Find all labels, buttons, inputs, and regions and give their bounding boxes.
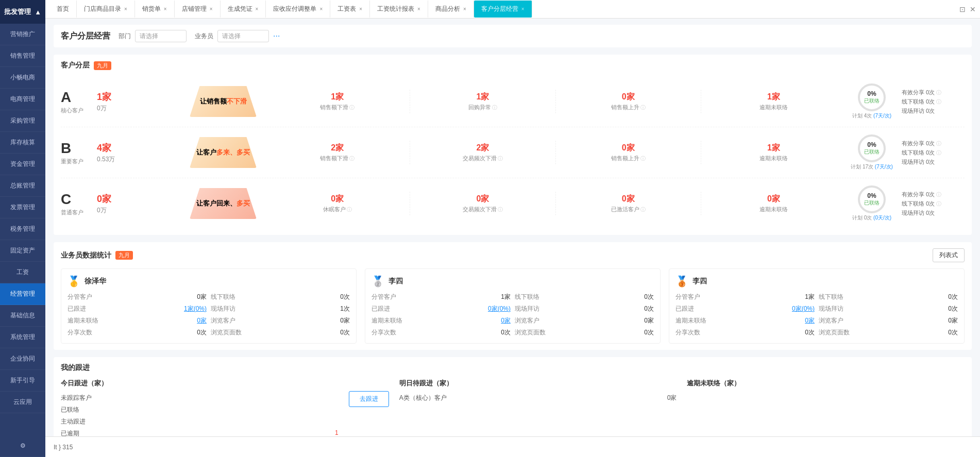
stat-val: 0家 [705, 194, 842, 205]
sidebar-item-operations[interactable]: 经营管理 [0, 283, 45, 305]
sidebar-item-label: 小畅电商 [10, 74, 35, 81]
stat-repurchase-a: 1家 回购异常 ⓘ [410, 90, 555, 113]
sidebar-item-basic-info[interactable]: 基础信息 [0, 305, 45, 327]
close-icon[interactable]: × [210, 6, 213, 12]
staff-stat: 分管客户 1家 [371, 293, 511, 301]
sidebar-item-inventory[interactable]: 库存核算 [0, 132, 45, 154]
circle-lbl-a: 已联络 [864, 97, 880, 105]
tab-customer-tier[interactable]: 客户分层经营 × [474, 1, 532, 18]
stat-activated-c: 0家 已激活客户 ⓘ [556, 192, 701, 215]
stat-val: 1家 [705, 92, 842, 103]
sidebar: 批发管理 ▲ 营销推广 销售管理 小畅电商 电商管理 采购管理 库存核算 资金管… [0, 0, 45, 457]
sales-select[interactable]: 请选择 [217, 30, 269, 42]
sidebar-item-label: 固定资产 [10, 247, 35, 254]
close-icon[interactable]: × [463, 6, 466, 12]
today-followup: 今日跟进（家） 未跟踪客户 已联络 主动跟进 已逾期 [61, 379, 339, 439]
staff-stat: 现场拜访 1次 [211, 304, 350, 313]
sidebar-item-cloud[interactable]: 云应用 [0, 392, 45, 413]
tab-payroll-report[interactable]: 工资统计报表 × [370, 1, 428, 18]
sidebar-item-collab[interactable]: 企业协同 [0, 348, 45, 370]
staff-stat: 分享次数 0次 [675, 328, 815, 337]
tab-label: 工资统计报表 [377, 5, 414, 13]
close-icon[interactable]: × [319, 6, 323, 12]
tab-store-products[interactable]: 门店商品目录 × [77, 1, 135, 18]
close-icon[interactable]: × [521, 6, 525, 12]
sidebar-title: 批发管理 [4, 7, 31, 16]
sidebar-item-payroll[interactable]: 工资 [0, 262, 45, 283]
sidebar-item-ecommerce-small[interactable]: 小畅电商 [0, 67, 45, 89]
sidebar-item-marketing[interactable]: 营销推广 [0, 24, 45, 45]
close-icon[interactable]: × [124, 6, 127, 12]
stat-val: 1家 [414, 92, 551, 103]
side-stats-c: 有效分享 0次 ⓘ 线下联络 0次 ⓘ 现场拜访 0次 [898, 191, 965, 217]
sidebar-collapse-icon[interactable]: ▲ [35, 8, 41, 16]
side-stat-visit-a: 现场拜访 0次 [902, 107, 965, 115]
section-title: 客户分层 [61, 61, 90, 70]
stat-overdue-c: 0家 逾期未联络 [701, 192, 846, 215]
staff-stat: 线下联络 0次 [819, 293, 958, 301]
tier-letter-c: C [61, 191, 71, 208]
sidebar-item-finance[interactable]: 资金管理 [0, 154, 45, 175]
sidebar-item-system[interactable]: 系统管理 [0, 327, 45, 348]
sidebar-header[interactable]: 批发管理 ▲ [0, 0, 45, 24]
goto-followup-btn[interactable]: 去跟进 [349, 391, 389, 407]
close-icon[interactable]: × [256, 6, 259, 12]
staff-stat: 浏览客户 0家 [819, 316, 958, 325]
bottom-bar: It } 315 [45, 436, 980, 457]
circle-b: 0% 已联络 计划 17次 (7天/次) [846, 132, 898, 173]
tab-ar-adjustment[interactable]: 应收应付调整单 × [266, 1, 330, 18]
sidebar-item-fixed-assets[interactable]: 固定资产 [0, 240, 45, 262]
sidebar-item-purchase[interactable]: 采购管理 [0, 110, 45, 132]
stat-label: 销售额上升 ⓘ [560, 155, 697, 162]
list-view-btn[interactable]: 列表式 [933, 248, 965, 262]
stat-label: 销售额上升 ⓘ [560, 104, 697, 111]
close-icon[interactable]: × [164, 6, 167, 12]
staff-header-1: 🥈 李四 [371, 275, 654, 287]
sidebar-item-invoice[interactable]: 发票管理 [0, 197, 45, 218]
staff-stat: 分管客户 1家 [675, 293, 815, 301]
sidebar-item-label: 发票管理 [10, 204, 35, 211]
tab-store-manage[interactable]: 店铺管理 × [175, 1, 221, 18]
tier-label-a: A 核心客户 [61, 89, 97, 114]
stat-val: 0家 [560, 92, 697, 103]
sidebar-item-label: 云应用 [13, 398, 32, 405]
staff-stats-section: 业务员数据统计 九月 列表式 🥇 徐泽华 分管客户 0家 [54, 242, 972, 350]
close-icon[interactable]: × [417, 6, 420, 12]
staff-stat: 分享次数 0次 [67, 328, 207, 337]
today-followup-title: 今日跟进（家） [61, 379, 339, 388]
sidebar-item-settings[interactable]: ⚙ [0, 435, 45, 457]
stat-label: 休眠客户 ⓘ [269, 206, 405, 213]
sales-label: 业务员 [195, 32, 213, 41]
close-icon[interactable]: × [359, 6, 362, 12]
tab-sales-order[interactable]: 销货单 × [135, 1, 175, 18]
sidebar-item-label: 资金管理 [10, 160, 35, 167]
tab-label: 工资表 [337, 5, 356, 13]
tabs-expand-icon[interactable]: ⊡ [959, 5, 966, 13]
tomorrow-title: 明日待跟进（家） [399, 379, 677, 388]
tab-label: 商品分析 [435, 5, 460, 13]
tab-home[interactable]: 首页 [49, 1, 77, 18]
tab-voucher[interactable]: 生成凭证 × [221, 1, 266, 18]
tomorrow-followup: 明日待跟进（家） A类（核心）客户 0家 [399, 379, 677, 404]
sidebar-item-ledger[interactable]: 总账管理 [0, 175, 45, 197]
tab-payroll[interactable]: 工资表 × [330, 1, 370, 18]
sidebar-item-guide[interactable]: 新手引导 [0, 370, 45, 392]
sidebar-item-tax[interactable]: 税务管理 [0, 218, 45, 240]
tier-amount-b: 0.53万 [97, 155, 179, 164]
stat-val: 0家 [269, 194, 405, 205]
tier-summary-c: 0家 0万 [97, 193, 179, 215]
stat-label: 交易频次下滑 ⓘ [414, 155, 551, 162]
sidebar-item-sales[interactable]: 销售管理 [0, 45, 45, 67]
stat-sales-up-b: 0家 销售额上升 ⓘ [556, 141, 701, 164]
sidebar-item-ecommerce[interactable]: 电商管理 [0, 89, 45, 110]
tab-product-analysis[interactable]: 商品分析 × [428, 1, 474, 18]
tabs-close-icon[interactable]: ✕ [970, 5, 976, 13]
more-filter-btn[interactable]: ··· [273, 31, 280, 41]
main-area: 首页 门店商品目录 × 销货单 × 店铺管理 × 生成凭证 × 应收应付调整单 … [45, 0, 980, 457]
staff-stat: 分享次数 0次 [371, 328, 511, 337]
dept-select[interactable]: 请选择 [135, 30, 187, 42]
side-stats-b: 有效分享 0次 ⓘ 线下联络 0次 ⓘ 现场拜访 0次 [898, 140, 965, 166]
followup-row: 主动跟进 [61, 416, 339, 428]
stat-label: 逾期未联络 [705, 104, 842, 111]
stat-freq-drop-b: 2家 交易频次下滑 ⓘ [410, 141, 555, 164]
